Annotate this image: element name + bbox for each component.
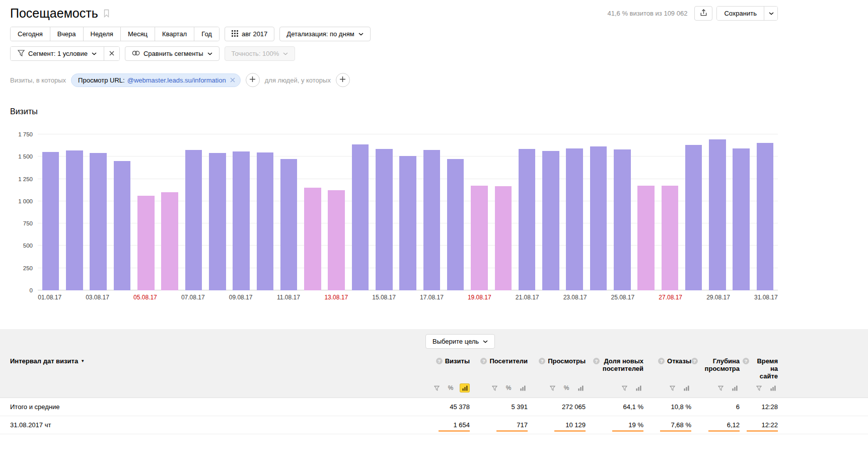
- segment-button[interactable]: Сегмент: 1 условие: [11, 47, 104, 60]
- table-row[interactable]: 31.08.2017 чт1 65471710 12919 %7,68 %6,1…: [0, 416, 868, 434]
- visits-bar[interactable]: [590, 146, 607, 290]
- table-row[interactable]: Итого и средние45 3785 391272 06564,1 %1…: [0, 398, 868, 416]
- page-title: Посещаемость: [10, 6, 98, 21]
- visits-bar[interactable]: [209, 153, 226, 290]
- visits-bar[interactable]: [519, 149, 536, 290]
- bar-chart-icon[interactable]: [730, 383, 740, 392]
- cell: 717: [470, 419, 528, 432]
- period-tab-month[interactable]: Месяц: [120, 27, 155, 41]
- visits-bar[interactable]: [328, 190, 345, 290]
- visits-bar[interactable]: [542, 151, 559, 290]
- visits-bar[interactable]: [685, 145, 702, 290]
- bookmark-icon[interactable]: [103, 9, 110, 18]
- help-icon[interactable]: ?: [436, 358, 443, 364]
- url-filter-chip[interactable]: Просмотр URL: @webmaster.leads.su/inform…: [71, 73, 241, 87]
- visits-bar[interactable]: [376, 149, 393, 290]
- bar-chart-icon[interactable]: [681, 383, 691, 392]
- help-icon[interactable]: ?: [658, 358, 665, 364]
- export-button[interactable]: [694, 6, 712, 21]
- visits-bar[interactable]: [637, 186, 655, 290]
- visits-bar[interactable]: [304, 188, 321, 290]
- filter-icon[interactable]: [667, 383, 677, 392]
- add-visit-condition-button[interactable]: [246, 73, 260, 87]
- metrics-icons-row: %%%: [425, 383, 868, 392]
- visits-bar[interactable]: [161, 192, 178, 290]
- metrics-header-row: ?Визиты?Посетители?Просмотры?Доля новых …: [425, 357, 868, 383]
- help-icon[interactable]: ?: [539, 358, 545, 364]
- x-axis-label: 15.08.17: [372, 294, 396, 301]
- accuracy-button[interactable]: Точность: 100%: [225, 46, 296, 61]
- visits-bar[interactable]: [114, 161, 131, 290]
- column-header[interactable]: ?Просмотры: [528, 357, 586, 365]
- chip-value[interactable]: @webmaster.leads.su/information: [127, 76, 226, 84]
- visits-bar[interactable]: [399, 156, 416, 290]
- visits-bar[interactable]: [257, 152, 274, 290]
- percent-icon[interactable]: %: [446, 383, 456, 392]
- bar-chart-icon[interactable]: [768, 383, 778, 392]
- bar-chart-icon[interactable]: [633, 383, 643, 392]
- visits-bar[interactable]: [42, 152, 59, 290]
- help-icon[interactable]: ?: [480, 358, 487, 364]
- segment-clear-button[interactable]: [104, 47, 119, 60]
- help-icon[interactable]: ?: [593, 358, 600, 364]
- cell: 5 391: [470, 403, 528, 411]
- filter-icon[interactable]: [547, 383, 557, 392]
- date-interval-header[interactable]: Интервал дат визита ▼: [10, 357, 85, 365]
- visits-bar[interactable]: [90, 153, 107, 290]
- visits-bar[interactable]: [495, 186, 512, 290]
- compare-segments-button[interactable]: Сравнить сегменты: [125, 46, 220, 61]
- visits-bar[interactable]: [423, 150, 441, 290]
- period-tab-week[interactable]: Неделя: [83, 27, 120, 41]
- save-dropdown-button[interactable]: [764, 7, 777, 20]
- detalization-button[interactable]: Детализация: по дням: [279, 27, 370, 41]
- bar-chart-icon[interactable]: [518, 383, 528, 392]
- help-icon[interactable]: ?: [691, 358, 698, 364]
- period-tab-quarter[interactable]: Квартал: [155, 27, 194, 41]
- chip-close-icon[interactable]: [230, 77, 235, 83]
- filter-icon[interactable]: [489, 383, 499, 392]
- goal-select-button[interactable]: Выберите цель: [425, 334, 495, 349]
- bar-chart-icon[interactable]: [575, 383, 586, 392]
- filter-icon[interactable]: [715, 383, 726, 392]
- filter-icon[interactable]: [431, 383, 442, 392]
- visits-bar[interactable]: [352, 144, 369, 290]
- visits-bar[interactable]: [709, 139, 726, 290]
- bar-slot: [730, 134, 753, 290]
- visits-bar[interactable]: [233, 151, 250, 290]
- visits-bar[interactable]: [280, 159, 298, 290]
- x-axis-label: 25.08.17: [611, 294, 634, 301]
- bar-chart-icon[interactable]: [460, 383, 470, 392]
- filter-icon[interactable]: [619, 383, 629, 392]
- bar-slot: [610, 134, 634, 290]
- column-header[interactable]: ?Время на сайте: [740, 357, 778, 380]
- month-picker-button[interactable]: авг 2017: [225, 27, 274, 41]
- visits-bar[interactable]: [471, 186, 488, 290]
- visits-bar[interactable]: [662, 186, 679, 290]
- visits-bar[interactable]: [733, 148, 750, 290]
- x-axis-label: [396, 294, 419, 301]
- visits-bar[interactable]: [447, 159, 464, 290]
- column-header[interactable]: ?Отказы: [643, 357, 691, 365]
- period-tab-today[interactable]: Сегодня: [11, 27, 50, 41]
- add-people-condition-button[interactable]: [336, 73, 350, 87]
- column-header[interactable]: ?Глубина просмотра: [691, 357, 740, 372]
- period-tab-yesterday[interactable]: Вчера: [50, 27, 83, 41]
- period-tab-year[interactable]: Год: [194, 27, 219, 41]
- percent-icon[interactable]: %: [503, 383, 514, 392]
- bar-slot: [182, 134, 205, 290]
- column-header[interactable]: ?Визиты: [425, 357, 470, 365]
- visits-bar[interactable]: [614, 149, 631, 290]
- column-header[interactable]: ?Доля новых посетителей: [586, 357, 643, 372]
- visits-bar[interactable]: [137, 196, 155, 290]
- visits-bar[interactable]: [185, 150, 202, 290]
- percent-icon[interactable]: %: [561, 383, 571, 392]
- column-header[interactable]: ?Посетители: [470, 357, 528, 365]
- save-button[interactable]: Сохранить: [717, 7, 764, 20]
- help-icon[interactable]: ?: [743, 358, 749, 364]
- visits-bar[interactable]: [66, 150, 83, 290]
- filter-icon[interactable]: [754, 383, 764, 392]
- visits-bar[interactable]: [757, 143, 774, 290]
- cell-value: 7,68 %: [660, 421, 691, 432]
- chart-y-axis: 02505007501 0001 2501 5001 750: [10, 134, 38, 290]
- visits-bar[interactable]: [566, 148, 583, 290]
